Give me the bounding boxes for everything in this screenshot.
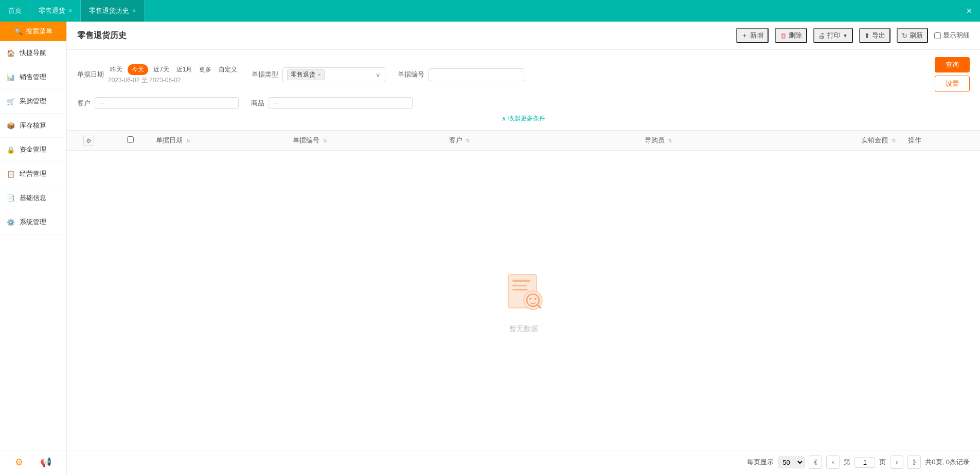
filter-row-2: 客户 ··· 商品 ··· [77, 97, 970, 109]
show-detail-checkbox[interactable] [934, 32, 941, 39]
settings-gear-icon[interactable]: ⚙ [15, 457, 23, 468]
table-header: ⚙ 单据日期 ⇅ 单据编号 ⇅ [67, 131, 980, 151]
main-layout: 🔍 搜索菜单 🏠 快捷导航 📊 销售管理 🛒 采购管理 📦 库存核算 🔒 资金管… [0, 22, 980, 474]
purchase-icon: 🛒 [6, 97, 15, 106]
date-btn-more[interactable]: 更多 [197, 64, 213, 75]
date-btn-today[interactable]: 今天 [128, 64, 148, 75]
last-page-button[interactable]: ⟫ [907, 455, 921, 469]
filter-area: 单据日期 昨天 今天 近7天 近1月 更多 自定义 2023-06-02 至 2… [67, 50, 980, 131]
voucher-type-tag-remove[interactable]: × [317, 71, 320, 78]
date-filter-label: 单据日期 [77, 70, 104, 79]
query-button[interactable]: 查询 [935, 57, 970, 72]
empty-icon [498, 267, 549, 318]
collapse-bar[interactable]: ∧ 收起更多条件 [77, 114, 970, 123]
sidebar-item-finance[interactable]: 🔒 资金管理 [0, 138, 66, 162]
data-table: ⚙ 单据日期 ⇅ 单据编号 ⇅ [67, 131, 980, 151]
voucher-type-dropdown-icon: ∨ [376, 71, 381, 79]
finance-icon: 🔒 [6, 145, 15, 154]
print-icon: 🖨 [818, 32, 825, 40]
sidebar-item-basic[interactable]: 📑 基础信息 [0, 186, 66, 210]
filter-row-1: 单据日期 昨天 今天 近7天 近1月 更多 自定义 2023-06-02 至 2… [77, 57, 970, 92]
sidebar-search[interactable]: 🔍 搜索菜单 [0, 22, 66, 41]
refresh-button[interactable]: ↻ 刷新 [897, 28, 928, 43]
pagination: 每页显示 20 50 100 200 ⟪ ‹ 第 页 › ⟫ 共0页, 0条记录 [67, 450, 980, 474]
page-header: 零售退货历史 ＋ 新增 🗑 删除 🖨 打印 ▼ ⬆ 导出 [67, 22, 980, 50]
inventory-icon: 📦 [6, 121, 15, 130]
content-area: 零售退货历史 ＋ 新增 🗑 删除 🖨 打印 ▼ ⬆ 导出 [67, 22, 980, 474]
date-range-display: 2023-06-02 至 2023-06-02 [108, 76, 239, 85]
empty-state: 暂无数据 [67, 151, 980, 450]
svg-point-8 [534, 298, 537, 300]
collapse-label: 收起更多条件 [508, 114, 545, 123]
sidebar-item-quicknav[interactable]: 🏠 快捷导航 [0, 41, 66, 65]
setting-button[interactable]: 设置 [935, 76, 970, 92]
show-detail-checkbox-label[interactable]: 显示明细 [934, 31, 970, 40]
export-button[interactable]: ⬆ 导出 [859, 28, 890, 43]
tab-retail-return-history[interactable]: 零售退货历史 × [81, 0, 145, 22]
date-btn-yesterday[interactable]: 昨天 [108, 64, 124, 75]
th-guide[interactable]: 导购员 ⇅ [638, 131, 785, 151]
th-checkbox[interactable] [111, 131, 150, 151]
customer-input[interactable]: ··· [95, 97, 239, 109]
th-date[interactable]: 单据日期 ⇅ [150, 131, 287, 151]
date-btn-custom[interactable]: 自定义 [217, 64, 239, 75]
filter-voucher-type: 单据类型 零售退货 × ∨ [252, 67, 385, 82]
voucher-number-input[interactable] [429, 68, 524, 81]
tab-retail-return-close[interactable]: × [68, 7, 72, 14]
date-buttons: 昨天 今天 近7天 近1月 更多 自定义 2023-06-02 至 2023-0… [108, 64, 239, 85]
sidebar-item-management[interactable]: 📋 经营管理 [0, 162, 66, 186]
search-icon: 🔍 [14, 28, 23, 35]
next-page-button[interactable]: › [890, 455, 903, 469]
date-btn-7days[interactable]: 近7天 [151, 64, 171, 75]
customer-filter-label: 客户 [77, 99, 91, 108]
volume-icon[interactable]: 📢 [40, 457, 51, 468]
window-close-button[interactable]: × [958, 6, 980, 16]
date-btn-1month[interactable]: 近1月 [174, 64, 194, 75]
voucher-number-label: 单据编号 [398, 70, 424, 79]
home-icon: 🏠 [6, 48, 15, 58]
sales-icon: 📊 [6, 72, 15, 82]
print-button[interactable]: 🖨 打印 ▼ [813, 28, 853, 43]
th-amount[interactable]: 实销金额 ⇅ [785, 131, 902, 151]
tab-retail-return-history-close[interactable]: × [132, 7, 136, 14]
add-button[interactable]: ＋ 新增 [736, 28, 769, 43]
delete-button[interactable]: 🗑 删除 [775, 28, 807, 43]
per-page-label: 每页显示 [747, 458, 774, 467]
page-title: 零售退货历史 [77, 30, 127, 41]
print-dropdown-icon: ▼ [843, 33, 848, 39]
filter-date: 单据日期 昨天 今天 近7天 近1月 更多 自定义 2023-06-02 至 2… [77, 64, 239, 85]
tab-retail-return[interactable]: 零售退货 × [30, 0, 81, 22]
sidebar-item-purchase[interactable]: 🛒 采购管理 [0, 89, 66, 114]
per-page-select[interactable]: 20 50 100 200 [778, 457, 805, 468]
voucher-type-select[interactable]: 零售退货 × ∨ [282, 67, 385, 82]
svg-rect-1 [512, 280, 530, 282]
sidebar-item-inventory[interactable]: 📦 库存核算 [0, 114, 66, 138]
th-customer[interactable]: 客户 ⇅ [443, 131, 638, 151]
top-bar: 首页 零售退货 × 零售退货历史 × × [0, 0, 980, 22]
add-icon: ＋ [741, 31, 748, 40]
th-operation: 操作 [902, 131, 980, 151]
th-settings[interactable]: ⚙ [67, 131, 111, 151]
page-label: 第 [844, 458, 850, 467]
sidebar-item-system[interactable]: ⚙️ 系统管理 [0, 210, 66, 234]
goods-input[interactable]: ··· [269, 97, 413, 109]
sidebar-item-sales[interactable]: 📊 销售管理 [0, 65, 66, 89]
first-page-button[interactable]: ⟪ [809, 455, 822, 469]
total-label: 共0页, 0条记录 [925, 458, 970, 467]
empty-text: 暂无数据 [509, 324, 538, 334]
refresh-icon: ↻ [902, 32, 907, 40]
voucher-type-label: 单据类型 [252, 70, 278, 79]
tab-home[interactable]: 首页 [0, 0, 30, 22]
page-suffix: 页 [879, 458, 886, 467]
prev-page-button[interactable]: ‹ [826, 455, 840, 469]
sidebar-search-label: 搜索菜单 [26, 27, 52, 36]
svg-point-7 [529, 298, 531, 300]
page-number-input[interactable] [854, 457, 875, 468]
management-icon: 📋 [6, 169, 15, 178]
voucher-type-tag: 零售退货 × [287, 69, 324, 80]
svg-rect-2 [512, 285, 527, 286]
th-voucher-number[interactable]: 单据编号 ⇅ [287, 131, 443, 151]
select-all-checkbox[interactable] [127, 136, 134, 143]
delete-icon: 🗑 [780, 32, 787, 40]
settings-column-icon[interactable]: ⚙ [83, 136, 94, 146]
